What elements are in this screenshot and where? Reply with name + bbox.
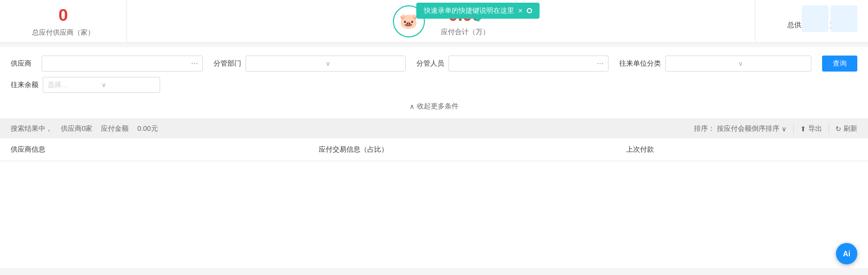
- department-select[interactable]: ∨: [246, 56, 406, 72]
- sort-option: 按应付会额倒序排序: [717, 124, 779, 133]
- table-col2-header: 应付交易信息（占比）: [319, 145, 627, 154]
- department-arrow-icon: ∨: [326, 60, 401, 67]
- result-right: 排序： 按应付会额倒序排序 ∨ ⬆ 导出 ↻ 刷新: [694, 123, 857, 134]
- table-col1-header: 供应商信息: [11, 145, 319, 154]
- export-icon: ⬆: [800, 125, 806, 133]
- bg-decoration: [802, 5, 857, 32]
- payable-amount-label: 应付合计（万）: [441, 27, 490, 37]
- bg-block-2: [831, 5, 857, 32]
- department-filter: 分管部门 ∨: [214, 56, 406, 72]
- filter-row-1: 供应商 ··· 分管部门 ∨ 分管人员 ··· 往来单位分类: [11, 56, 857, 72]
- table-header: 供应商信息 应付交易信息（占比） 上次付款: [0, 138, 868, 161]
- top-stats-bar: 0 总应付供应商（家） 快速录单的快捷键说明在这里 × 🐷 0.00 应付合计（…: [0, 0, 868, 43]
- balance-arrow-icon: ∨: [101, 81, 155, 89]
- result-left: 搜索结果中， 供应商0家 应付金额 0.00元: [11, 124, 158, 133]
- balance-placeholder: 选择...: [48, 80, 101, 90]
- sort-label: 排序：: [694, 124, 715, 133]
- query-button[interactable]: 查询: [822, 56, 857, 72]
- balance-filter: 往来余额 选择... ∨: [11, 77, 160, 93]
- total-suppliers-stat: 0 总供应商（家）: [755, 0, 868, 42]
- tooltip-close-icon[interactable]: ×: [518, 6, 523, 15]
- amount-value-text: 0.00元: [137, 124, 157, 133]
- table-col3-header: 上次付款: [626, 145, 857, 154]
- manager-input[interactable]: [453, 60, 597, 68]
- payable-suppliers-label: 总应付供应商（家）: [32, 28, 94, 37]
- unit-category-label: 往来单位分类: [619, 59, 661, 68]
- collapse-icon: ∧: [409, 103, 415, 111]
- divider-2: [828, 123, 829, 134]
- sort-select[interactable]: 排序： 按应付会额倒序排序 ∨: [694, 124, 787, 133]
- collapse-label: 收起更多条件: [417, 101, 459, 111]
- tooltip-dot: [527, 8, 532, 13]
- export-button[interactable]: ⬆ 导出: [800, 124, 822, 133]
- refresh-button[interactable]: ↻ 刷新: [835, 124, 857, 133]
- manager-label: 分管人员: [416, 59, 444, 68]
- result-bar: 搜索结果中， 供应商0家 应付金额 0.00元 排序： 按应付会额倒序排序 ∨ …: [0, 119, 868, 138]
- unit-category-arrow-icon: ∨: [738, 60, 807, 67]
- supplier-count-text: 供应商0家: [61, 124, 92, 133]
- supplier-input[interactable]: [46, 60, 191, 68]
- ai-button[interactable]: Ai: [836, 243, 857, 264]
- table-body: [0, 161, 868, 268]
- unit-category-select[interactable]: ∨: [665, 56, 811, 72]
- amount-label-text: 应付金额: [101, 124, 129, 133]
- manager-filter: 分管人员 ···: [416, 56, 609, 72]
- unit-category-filter: 往来单位分类 ∨: [619, 56, 811, 72]
- bg-block-1: [802, 5, 828, 32]
- refresh-icon: ↻: [835, 125, 841, 133]
- refresh-label: 刷新: [843, 124, 857, 133]
- department-label: 分管部门: [214, 59, 241, 68]
- collapse-button[interactable]: ∧ 收起更多条件: [11, 98, 857, 114]
- payable-amount-section: 快速录单的快捷键说明在这里 × 🐷 0.00 应付合计（万）: [127, 0, 755, 42]
- filter-row-2: 往来余额 选择... ∨: [11, 77, 857, 93]
- sort-arrow-icon: ∨: [782, 125, 787, 133]
- ai-label: Ai: [843, 249, 850, 258]
- supplier-input-wrap[interactable]: ···: [42, 56, 203, 72]
- supplier-dots-icon[interactable]: ···: [191, 59, 198, 68]
- balance-select[interactable]: 选择... ∨: [43, 77, 160, 93]
- tooltip-popup[interactable]: 快速录单的快捷键说明在这里 ×: [416, 3, 540, 19]
- filter-section: 供应商 ··· 分管部门 ∨ 分管人员 ··· 往来单位分类: [0, 47, 868, 119]
- divider-1: [793, 123, 794, 134]
- search-results-text: 搜索结果中，: [11, 124, 52, 133]
- supplier-label: 供应商: [11, 59, 37, 68]
- payable-suppliers-stat: 0 总应付供应商（家）: [0, 0, 127, 42]
- supplier-filter: 供应商 ···: [11, 56, 203, 72]
- payable-suppliers-num[interactable]: 0: [59, 5, 68, 25]
- balance-label: 往来余额: [11, 80, 38, 90]
- manager-input-wrap[interactable]: ···: [448, 56, 609, 72]
- manager-dots-icon[interactable]: ···: [597, 59, 604, 68]
- export-label: 导出: [808, 124, 822, 133]
- tooltip-text: 快速录单的快捷键说明在这里: [424, 6, 514, 15]
